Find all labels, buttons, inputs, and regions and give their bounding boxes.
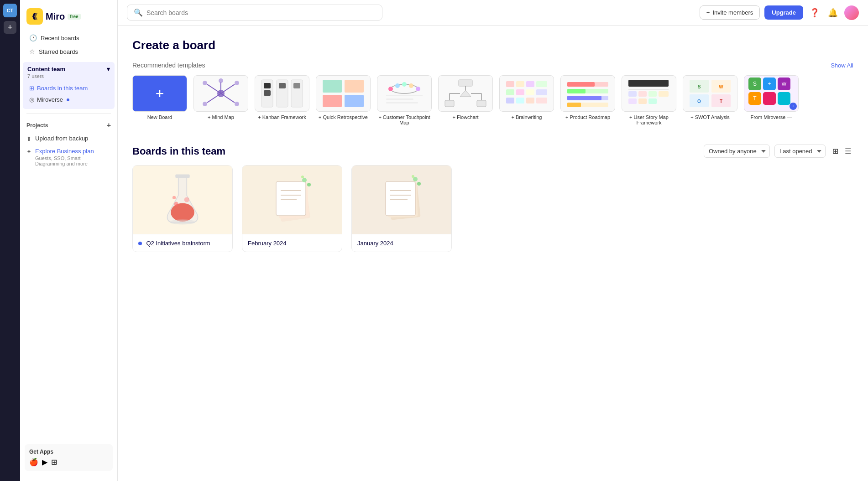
svg-rect-31 bbox=[459, 80, 472, 86]
svg-rect-15 bbox=[279, 83, 286, 88]
svg-point-89 bbox=[173, 196, 176, 199]
board-thumb-feb bbox=[242, 166, 342, 234]
plus-icon-new: + bbox=[156, 85, 164, 102]
board-info-q2: Q2 Initiatives brainstorm bbox=[133, 234, 232, 252]
template-thumb-roadmap bbox=[560, 75, 615, 112]
template-userstory[interactable]: + User Story Map Framework bbox=[622, 75, 676, 125]
upload-backup-link[interactable]: ⬆ Upload from backup bbox=[20, 132, 117, 145]
svg-text:T: T bbox=[753, 95, 757, 102]
templates-section-label: Recommended templates bbox=[132, 62, 205, 69]
search-box[interactable]: 🔍 bbox=[127, 5, 382, 21]
team-avatar[interactable]: CT bbox=[3, 4, 17, 17]
svg-rect-45 bbox=[516, 98, 524, 103]
boards-in-team-link[interactable]: ⊞ Boards in this team bbox=[27, 83, 110, 94]
apple-icon[interactable]: 🍎 bbox=[29, 458, 38, 466]
template-retro[interactable]: + Quick Retrospective bbox=[316, 75, 371, 125]
notification-icon[interactable]: 🔔 bbox=[826, 6, 840, 20]
user-avatar[interactable] bbox=[844, 5, 859, 20]
template-flowchart[interactable]: + Flowchart bbox=[438, 75, 493, 125]
svg-point-26 bbox=[409, 83, 413, 88]
miroverse-label: Miroverse bbox=[37, 96, 63, 103]
owner-filter-select[interactable]: Owned by anyone bbox=[704, 145, 770, 158]
board-card-q2[interactable]: Q2 Initiatives brainstorm bbox=[132, 165, 233, 252]
template-brainwriting[interactable]: + Brainwriting bbox=[499, 75, 554, 125]
explore-plan-label: Explore Business plan bbox=[35, 148, 111, 155]
add-project-button[interactable]: + bbox=[107, 121, 111, 129]
template-swot[interactable]: S W O T + SWOT Analysis bbox=[683, 75, 737, 125]
svg-rect-30 bbox=[386, 102, 418, 103]
board-name-feb: February 2024 bbox=[248, 240, 287, 247]
invite-members-button[interactable]: + Invite members bbox=[700, 5, 760, 20]
svg-rect-42 bbox=[506, 98, 514, 103]
svg-rect-17 bbox=[293, 83, 300, 88]
svg-point-101 bbox=[301, 176, 304, 178]
svg-rect-55 bbox=[567, 89, 586, 93]
svg-rect-13 bbox=[264, 90, 271, 96]
template-name-mindmap: + Mind Map bbox=[193, 114, 248, 120]
team-section: Content team ▾ 7 users ⊞ Boards in this … bbox=[23, 62, 115, 109]
add-nav-button[interactable]: + bbox=[4, 21, 16, 34]
board-card-jan[interactable]: January 2024 bbox=[351, 165, 452, 252]
list-view-icon[interactable]: ☰ bbox=[842, 145, 853, 158]
svg-rect-53 bbox=[567, 82, 595, 87]
svg-rect-57 bbox=[567, 96, 601, 100]
svg-point-8 bbox=[235, 102, 239, 106]
boards-section: Boards in this team Owned by anyone Last… bbox=[132, 145, 853, 252]
page-title: Create a board bbox=[132, 38, 853, 52]
svg-line-1 bbox=[207, 84, 221, 93]
svg-point-87 bbox=[171, 203, 194, 222]
template-miroverse[interactable]: S + W T + From Miroverse — bbox=[744, 75, 799, 125]
template-name-userstory: + User Story Map Framework bbox=[622, 114, 676, 125]
play-icon[interactable]: ▶ bbox=[42, 458, 47, 466]
template-kanban[interactable]: + Kanban Framework bbox=[255, 75, 309, 125]
svg-rect-21 bbox=[345, 95, 364, 107]
svg-text:S: S bbox=[753, 81, 757, 87]
svg-marker-33 bbox=[460, 90, 471, 97]
upgrade-button[interactable]: Upgrade bbox=[764, 5, 803, 20]
board-thumb-jan bbox=[352, 166, 451, 234]
compass-icon: ◎ bbox=[29, 96, 34, 103]
svg-point-10 bbox=[219, 78, 223, 83]
recent-boards-link[interactable]: 🕐 Recent boards bbox=[23, 31, 115, 45]
svg-point-4 bbox=[235, 81, 239, 85]
template-thumb-retro bbox=[316, 75, 371, 112]
svg-text:O: O bbox=[697, 99, 701, 104]
explore-plan-link[interactable]: ✦ Explore Business plan Guests, SSO, Sma… bbox=[20, 145, 117, 169]
template-thumb-swot: S W O T bbox=[683, 75, 737, 112]
grid-view-icon[interactable]: ⊞ bbox=[830, 145, 841, 158]
svg-rect-66 bbox=[628, 98, 637, 104]
team-header[interactable]: Content team ▾ bbox=[27, 66, 110, 72]
upload-icon: ⬆ bbox=[26, 135, 31, 142]
show-all-link[interactable]: Show All bbox=[831, 62, 853, 69]
sort-filter-select[interactable]: Last opened bbox=[774, 145, 826, 158]
svg-rect-41 bbox=[506, 89, 514, 95]
boards-filters: Owned by anyone Last opened ⊞ ☰ bbox=[704, 145, 853, 158]
help-icon[interactable]: ❓ bbox=[808, 6, 821, 20]
template-name-miroverse: From Miroverse — bbox=[744, 114, 799, 120]
svg-rect-50 bbox=[536, 89, 547, 95]
svg-rect-44 bbox=[516, 89, 524, 95]
template-thumb-miroverse: S + W T + bbox=[744, 75, 799, 112]
svg-text:S: S bbox=[698, 84, 701, 89]
template-customer[interactable]: + Customer Touchpoint Map bbox=[377, 75, 432, 125]
template-new-board[interactable]: + New Board bbox=[132, 75, 187, 125]
svg-point-99 bbox=[302, 178, 307, 182]
template-thumb-new: + bbox=[132, 75, 187, 112]
template-mind-map[interactable]: + Mind Map bbox=[193, 75, 248, 125]
svg-line-7 bbox=[221, 93, 235, 103]
app-icons-row: 🍎 ▶ ⊞ bbox=[28, 458, 109, 466]
projects-header: Projects + bbox=[20, 119, 117, 132]
template-roadmap[interactable]: + Product Roadmap bbox=[560, 75, 615, 125]
svg-text:W: W bbox=[719, 84, 723, 89]
svg-point-2 bbox=[203, 81, 207, 85]
board-card-feb[interactable]: February 2024 bbox=[242, 165, 342, 252]
miroverse-link[interactable]: ◎ Miroverse bbox=[27, 94, 110, 105]
grid-icon: ⊞ bbox=[29, 85, 34, 92]
svg-rect-68 bbox=[648, 98, 657, 104]
starred-boards-link[interactable]: ☆ Starred boards bbox=[23, 45, 115, 58]
search-input[interactable] bbox=[146, 9, 376, 16]
svg-point-110 bbox=[412, 175, 414, 178]
windows-icon[interactable]: ⊞ bbox=[51, 458, 57, 466]
get-apps-section: Get Apps 🍎 ▶ ⊞ bbox=[25, 444, 113, 471]
svg-rect-12 bbox=[264, 83, 271, 88]
